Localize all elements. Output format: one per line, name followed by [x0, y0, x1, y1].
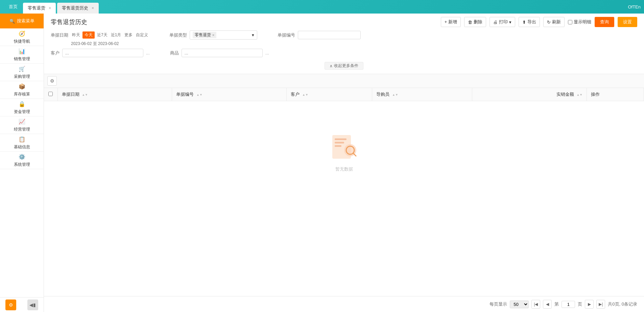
sidebar-item-purchase[interactable]: 🛒 采购管理 [0, 64, 44, 81]
sort-guide-icon[interactable]: ▲▼ [392, 93, 398, 96]
page-label-end: 页 [578, 301, 582, 307]
tab-retail-return-history-close[interactable]: × [92, 6, 94, 10]
th-checkbox [44, 88, 57, 101]
delete-icon: 🗑 [468, 20, 472, 25]
sidebar-item-finance[interactable]: 🔒 资金管理 [0, 99, 44, 116]
date-option-7days[interactable]: 近7天 [96, 32, 109, 38]
customer-browse-btn[interactable]: ... [146, 50, 150, 55]
sidebar-settings-button[interactable]: ⚙ [5, 299, 16, 310]
goods-label: 商品 [170, 50, 179, 56]
number-input[interactable] [298, 31, 361, 39]
sidebar-item-label-basic: 基础信息 [14, 144, 30, 150]
collapse-bar[interactable]: ∧ 收起更多条件 [51, 61, 637, 72]
display-detail-checkbox[interactable] [568, 20, 572, 24]
filter-area: 单据日期 昨天 今天 近7天 近1月 更多 自定义 单据类型 [51, 30, 637, 74]
prev-page-button[interactable]: ◀ [543, 300, 552, 309]
sidebar-item-label-purchase: 采购管理 [14, 74, 30, 80]
type-dropdown-icon: ▾ [252, 32, 254, 38]
select-all-checkbox[interactable] [48, 92, 53, 96]
setting-button[interactable]: 设置 [618, 17, 637, 27]
print-icon: 🖨 [493, 20, 498, 25]
query-button[interactable]: 查询 [595, 17, 614, 27]
collapse-label: 收起更多条件 [334, 63, 358, 69]
th-number: 单据编号 ▲▼ [172, 88, 287, 101]
sidebar-item-label-quick-nav: 快捷导航 [14, 39, 30, 44]
th-amount: 实销金额 ▲▼ [472, 88, 587, 101]
date-option-more[interactable]: 更多 [123, 32, 134, 38]
table-header: 单据日期 ▲▼ 单据编号 ▲▼ 客户 ▲▼ 导购员 [44, 88, 644, 101]
type-select[interactable]: 零售退货 × ▾ [190, 30, 257, 40]
sort-number-icon[interactable]: ▲▼ [196, 93, 202, 96]
th-guide-label: 导购员 [376, 92, 389, 97]
sidebar-item-quick-nav[interactable]: 🧭 快捷导航 [0, 28, 44, 46]
date-option-yesterday[interactable]: 昨天 [71, 32, 81, 38]
date-option-1month[interactable]: 近1月 [110, 32, 122, 38]
empty-state: 暂无数据 [44, 101, 644, 186]
date-option-custom[interactable]: 自定义 [135, 32, 149, 38]
filter-number: 单据编号 [278, 31, 361, 39]
th-amount-label: 实销金额 [556, 92, 574, 97]
last-page-button[interactable]: ▶| [596, 300, 605, 309]
finance-icon: 🔒 [18, 100, 26, 108]
sort-customer-icon[interactable]: ▲▼ [302, 93, 308, 96]
th-action: 操作 [587, 88, 644, 101]
sort-amount-icon[interactable]: ▲▼ [576, 93, 582, 96]
th-date: 单据日期 ▲▼ [57, 88, 172, 101]
system-icon: ⚙️ [18, 153, 26, 160]
first-page-button[interactable]: |◀ [531, 300, 540, 309]
new-button[interactable]: + 新增 [441, 17, 461, 27]
page-size-select[interactable]: 20 50 100 200 [510, 300, 529, 308]
date-option-today[interactable]: 今天 [82, 31, 95, 39]
table-settings-button[interactable]: ⚙ [47, 76, 57, 86]
sidebar-bottom: ⚙ ◀▮ [0, 297, 44, 312]
layout: 🔍 搜索菜单 🧭 快捷导航 📊 销售管理 🛒 采购管理 📦 库存核算 🔒 资金管… [0, 14, 644, 312]
print-button[interactable]: 🖨 打印 ▾ [490, 17, 515, 27]
page-input[interactable] [562, 301, 575, 308]
sidebar-search[interactable]: 🔍 搜索菜单 [0, 14, 44, 28]
sidebar-item-operations[interactable]: 📈 经营管理 [0, 116, 44, 134]
tab-retail-return[interactable]: 零售退货 × [23, 3, 56, 14]
export-button[interactable]: ⬆ 导出 [519, 17, 540, 27]
sidebar-item-basic[interactable]: 📋 基础信息 [0, 134, 44, 152]
customer-input[interactable] [62, 49, 143, 57]
sidebar-item-label-system: 系统管理 [14, 162, 30, 168]
sales-icon: 📊 [18, 47, 26, 55]
sidebar-item-sales[interactable]: 📊 销售管理 [0, 46, 44, 64]
th-date-label: 单据日期 [62, 92, 79, 97]
display-detail-label: 显示明细 [574, 19, 591, 25]
sidebar-item-inventory[interactable]: 📦 库存核算 [0, 81, 44, 99]
sidebar-item-label-inventory: 库存核算 [14, 91, 30, 97]
refresh-icon: ↻ [547, 20, 551, 25]
filter-row-1: 单据日期 昨天 今天 近7天 近1月 更多 自定义 单据类型 [51, 30, 637, 40]
th-customer-label: 客户 [291, 92, 300, 97]
display-detail-toggle[interactable]: 显示明细 [568, 19, 591, 25]
search-icon: 🔍 [9, 19, 15, 24]
goods-browse-btn[interactable]: ... [265, 50, 269, 55]
table-toolbar: ⚙ [44, 74, 644, 88]
sidebar-search-label: 搜索菜单 [17, 18, 34, 24]
collapse-icon: ∧ [330, 64, 333, 68]
tab-retail-return-close[interactable]: × [49, 6, 51, 10]
type-tag-close[interactable]: × [212, 33, 214, 38]
purchase-icon: 🛒 [18, 65, 26, 72]
collapse-button[interactable]: ∧ 收起更多条件 [325, 62, 363, 70]
export-icon: ⬆ [522, 20, 526, 25]
filter-date: 单据日期 昨天 今天 近7天 近1月 更多 自定义 [51, 31, 149, 39]
type-tag: 零售退货 × [193, 32, 216, 38]
empty-icon [327, 128, 361, 162]
th-action-label: 操作 [591, 92, 600, 97]
refresh-button[interactable]: ↻ 刷新 [543, 17, 565, 27]
tab-retail-return-history[interactable]: 零售退货历史 × [57, 3, 99, 14]
next-page-button[interactable]: ▶ [585, 300, 594, 309]
inventory-icon: 📦 [18, 83, 26, 90]
customer-label: 客户 [51, 50, 59, 56]
goods-input[interactable] [182, 49, 263, 57]
date-options: 昨天 今天 近7天 近1月 更多 自定义 [71, 31, 149, 39]
filter-row-2: 客户 ... 商品 ... [51, 49, 637, 57]
delete-button[interactable]: 🗑 删除 [464, 17, 486, 27]
page-label: 第 [554, 301, 559, 307]
sort-date-icon[interactable]: ▲▼ [82, 93, 88, 96]
sidebar-item-system[interactable]: ⚙️ 系统管理 [0, 152, 44, 169]
tab-home[interactable]: 首页 [3, 0, 23, 14]
sidebar-audio-button[interactable]: ◀▮ [27, 299, 38, 310]
